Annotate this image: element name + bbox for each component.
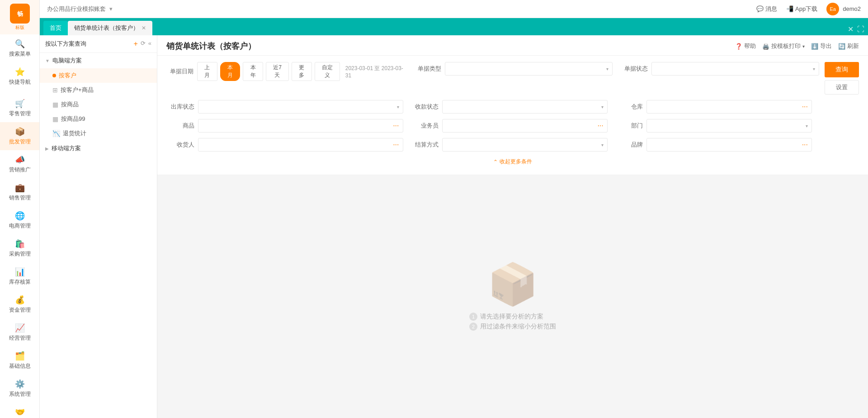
export-label: 导出	[820, 42, 832, 50]
hint-num-1: 1	[469, 313, 477, 321]
export-button[interactable]: ⬇️ 导出	[811, 42, 832, 50]
template-print-button[interactable]: 🖨️ 按模板打印 ▾	[762, 42, 805, 50]
sidebar-item-search[interactable]: 🔍 搜索菜单	[0, 34, 39, 62]
finance-label: 资金管理	[9, 306, 31, 314]
goods-dots[interactable]: ···	[393, 122, 399, 130]
warehouse-select[interactable]: ···	[646, 100, 812, 114]
help-button[interactable]: ❓ 帮助	[735, 42, 756, 50]
quicknav-icon: ⭐	[15, 67, 25, 77]
top-header: 办公用品行业模拟账套 ▾ 💬 消息 📲 App下载 Ea demo2	[40, 0, 868, 18]
sidebar-item-enterprise[interactable]: 🤝 企业协同	[0, 403, 39, 418]
query-button[interactable]: 查询	[825, 62, 859, 77]
add-scheme-button[interactable]: +	[133, 40, 137, 48]
download-icon: 📲	[786, 5, 793, 12]
tab-sales-stat[interactable]: 销货单统计表（按客户） ✕	[68, 21, 152, 35]
sidebar-item-system[interactable]: ⚙️ 系统管理	[0, 375, 39, 403]
tab-close-icon[interactable]: ✕	[142, 25, 146, 31]
scheme-customer-goods[interactable]: ⊞ 按客户+商品	[40, 83, 157, 97]
settlement-arrow: ▾	[601, 142, 604, 147]
warehouse-label: 仓库	[615, 103, 646, 111]
scheme-by-customer-label: 按客户	[59, 71, 76, 80]
app-download-action[interactable]: 📲 App下载	[786, 5, 817, 13]
payment-status-select[interactable]: ▾	[442, 100, 608, 114]
salesperson-dots[interactable]: ···	[597, 122, 603, 130]
inventory-label: 库存核算	[9, 278, 31, 286]
sidebar-item-operations[interactable]: 📈 经营管理	[0, 318, 39, 347]
export-icon: ⬇️	[811, 43, 818, 50]
close-window-icon[interactable]: ✕	[848, 25, 854, 33]
left-panel: 按以下方案查询 + ⟳ « ▼ 电脑端方案 按客户 ⊞ 按客户+商品	[40, 35, 157, 418]
out-status-select[interactable]: ▾	[198, 100, 403, 114]
date-range-text: 2023-03-01 至 2023-03-31	[345, 65, 406, 79]
doc-type-select[interactable]: ▾	[445, 62, 613, 76]
expand-icon[interactable]: ⛶	[857, 25, 864, 33]
left-panel-header: 按以下方案查询 + ⟳ «	[40, 35, 157, 53]
message-action[interactable]: 💬 消息	[756, 5, 777, 13]
refresh-button[interactable]: 🔄 刷新	[838, 42, 859, 50]
page-title: 销货单统计表（按客户）	[166, 41, 256, 52]
sidebar-item-ecommerce[interactable]: 🌐 电商管理	[0, 206, 39, 234]
user-action[interactable]: Ea demo2	[826, 3, 861, 15]
tab-home[interactable]: 首页	[43, 21, 68, 35]
date-btn-this-year[interactable]: 本年	[243, 62, 263, 81]
group-mobile: ▶ 移动端方案	[40, 141, 157, 156]
settings-button[interactable]: 设置	[825, 80, 859, 95]
recipient-dots[interactable]: ···	[393, 141, 399, 149]
refresh-scheme-button[interactable]: ⟳	[141, 40, 146, 48]
date-btn-7days[interactable]: 近7天	[266, 62, 289, 81]
sidebar-item-quicknav[interactable]: ⭐ 快捷导航	[0, 62, 39, 90]
right-panel: 销货单统计表（按客户） ❓ 帮助 🖨️ 按模板打印 ▾ ⬇️ 导出	[157, 35, 868, 418]
group-pc-label: 电脑端方案	[52, 57, 82, 65]
sidebar-item-finance[interactable]: 💰 资金管理	[0, 290, 39, 318]
empty-hint-1: 1 请先选择要分析的方案	[469, 313, 556, 321]
svg-text:畅: 畅	[17, 10, 23, 17]
main-area: 办公用品行业模拟账套 ▾ 💬 消息 📲 App下载 Ea demo2 首页 销货…	[40, 0, 868, 418]
scheme-by-customer[interactable]: 按客户	[40, 68, 157, 83]
panel-actions: + ⟳ «	[133, 40, 151, 48]
scheme-refund-stat[interactable]: 📉 退货统计	[40, 126, 157, 141]
date-filter: 上月 本月 本年 近7天 更多 自定义 2023-03-01 至 2023-03…	[197, 62, 406, 81]
settlement-select[interactable]: ▾	[442, 138, 608, 152]
warehouse-dots[interactable]: ···	[802, 103, 808, 111]
recipient-select[interactable]: ···	[198, 138, 403, 152]
title-dropdown-icon[interactable]: ▾	[109, 5, 113, 12]
out-status-label: 出库状态	[166, 103, 198, 111]
group-mobile-arrow: ▶	[45, 146, 49, 151]
doc-status-select[interactable]: ▾	[651, 62, 819, 76]
help-label: 帮助	[744, 42, 756, 50]
header-left: 办公用品行业模拟账套 ▾	[47, 5, 113, 13]
scheme-goods-99[interactable]: ▦ 按商品99	[40, 112, 157, 126]
collapse-panel-button[interactable]: «	[148, 40, 151, 48]
brand-dots[interactable]: ···	[802, 141, 808, 149]
header-right: 💬 消息 📲 App下载 Ea demo2	[756, 3, 861, 15]
logo-icon: 畅	[10, 4, 30, 24]
scheme-customer-goods-label: 按客户+商品	[61, 86, 94, 94]
date-btn-this-month[interactable]: 本月	[220, 62, 241, 81]
sidebar-item-marketing[interactable]: 📣 营销推广	[0, 150, 39, 178]
scheme-by-goods[interactable]: ▦ 按商品	[40, 97, 157, 112]
payment-status-label: 收款状态	[410, 103, 442, 111]
basics-icon: 🗂️	[15, 351, 25, 361]
salesperson-select[interactable]: ···	[442, 119, 608, 133]
sidebar-item-basics[interactable]: 🗂️ 基础信息	[0, 347, 39, 375]
retail-label: 零售管理	[9, 110, 31, 118]
sidebar-item-retail[interactable]: 🛒 零售管理	[0, 94, 39, 122]
sidebar-item-wholesale[interactable]: 📦 批发管理	[0, 122, 39, 150]
doc-type-arrow: ▾	[606, 66, 609, 71]
goods-99-icon: ▦	[52, 115, 58, 123]
message-icon: 💬	[756, 5, 764, 12]
date-btn-more[interactable]: 更多	[292, 62, 312, 81]
print-icon: 🖨️	[762, 43, 769, 50]
goods-select[interactable]: ···	[198, 119, 403, 133]
sidebar-item-purchase[interactable]: 🛍️ 采购管理	[0, 234, 39, 262]
operations-label: 经营管理	[9, 334, 31, 342]
collapse-bar[interactable]: ⌃ 收起更多条件	[166, 155, 859, 168]
department-select[interactable]: ▾	[646, 119, 812, 133]
avatar: Ea	[826, 3, 839, 15]
date-btn-custom[interactable]: 自定义	[315, 62, 340, 81]
sidebar-item-inventory[interactable]: 📊 库存核算	[0, 262, 39, 290]
by-goods-icon: ▦	[52, 101, 58, 108]
sidebar-item-sales[interactable]: 💼 销售管理	[0, 178, 39, 206]
date-btn-last-month[interactable]: 上月	[197, 62, 217, 81]
brand-select[interactable]: ···	[646, 138, 812, 152]
